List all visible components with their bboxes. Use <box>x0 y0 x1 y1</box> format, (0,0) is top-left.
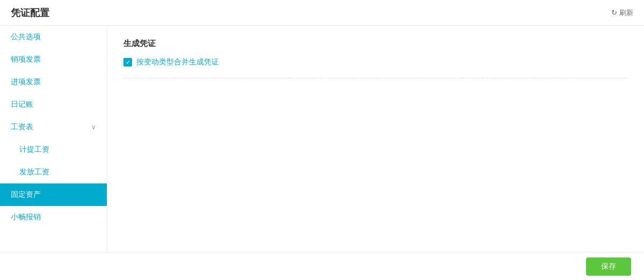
chevron-down-icon: ∨ <box>91 123 96 131</box>
footer: 保存 <box>0 252 644 280</box>
refresh-button[interactable]: ↻ 刷新 <box>611 8 633 18</box>
sidebar-item-payroll-pay[interactable]: 发放工资 <box>0 161 107 183</box>
sidebar-item-purchase-invoice[interactable]: 进项发票 <box>0 71 107 93</box>
section-divider <box>123 78 628 78</box>
main-content: 生成凭证 按变动类型合并生成凭证 <box>107 26 644 252</box>
sidebar-item-label-payroll-accrual: 计提工资 <box>19 145 49 154</box>
sidebar-item-label-payroll: 工资表 <box>11 122 33 132</box>
sidebar-item-label-public: 公共选项 <box>11 32 41 42</box>
page-wrapper: 凭证配置 ↻ 刷新 公共选项销项发票进项发票日记账工资表∨计提工资发放工资固定资… <box>0 0 644 280</box>
checkbox-label: 按变动类型合并生成凭证 <box>136 57 219 67</box>
sidebar-item-sales-invoice[interactable]: 销项发票 <box>0 48 107 71</box>
sidebar-item-payroll[interactable]: 工资表∨ <box>0 116 107 138</box>
sidebar: 公共选项销项发票进项发票日记账工资表∨计提工资发放工资固定资产小畅报销 <box>0 26 107 252</box>
sidebar-item-label-fixed-assets: 固定资产 <box>11 190 41 200</box>
header: 凭证配置 ↻ 刷新 <box>0 0 644 26</box>
save-button[interactable]: 保存 <box>586 257 631 276</box>
sidebar-item-journal[interactable]: 日记账 <box>0 93 107 116</box>
page-title: 凭证配置 <box>11 6 49 19</box>
body-area: 公共选项销项发票进项发票日记账工资表∨计提工资发放工资固定资产小畅报销 生成凭证… <box>0 26 644 252</box>
sidebar-item-public[interactable]: 公共选项 <box>0 26 107 48</box>
sidebar-item-label-payroll-pay: 发放工资 <box>19 167 49 177</box>
sidebar-item-label-sales-invoice: 销项发票 <box>11 55 41 64</box>
sidebar-item-fixed-assets[interactable]: 固定资产 <box>0 183 107 206</box>
sidebar-item-label-journal: 日记账 <box>11 100 33 109</box>
refresh-label: 刷新 <box>619 8 633 18</box>
sidebar-item-payroll-accrual[interactable]: 计提工资 <box>0 138 107 161</box>
section-title: 生成凭证 <box>123 39 628 49</box>
refresh-icon: ↻ <box>611 9 617 17</box>
sidebar-item-label-purchase-invoice: 进项发票 <box>11 77 41 87</box>
sidebar-item-label-expense: 小畅报销 <box>11 212 41 222</box>
checkbox-row: 按变动类型合并生成凭证 <box>123 57 628 67</box>
merge-checkbox[interactable] <box>123 58 132 67</box>
sidebar-item-expense[interactable]: 小畅报销 <box>0 206 107 229</box>
